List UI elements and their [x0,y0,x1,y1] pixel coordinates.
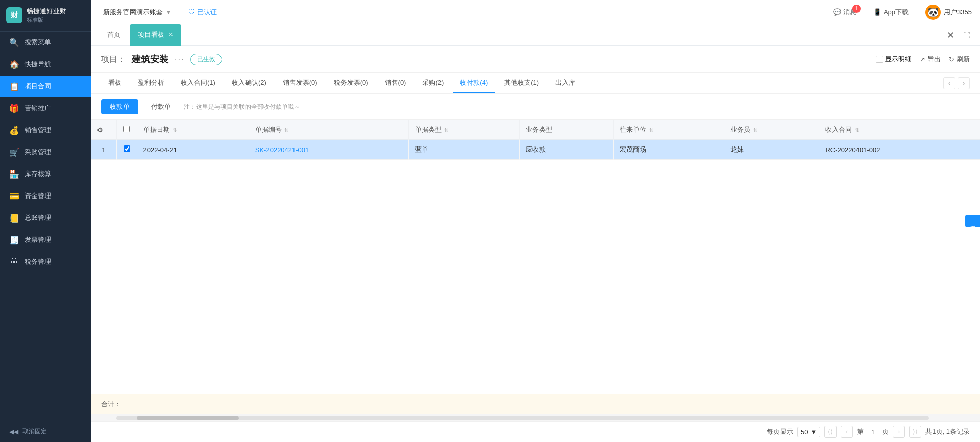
verified-text: 已认证 [197,8,217,17]
subnav-tab-board[interactable]: 看板 [101,73,129,93]
sidebar-item-label: 项目合同 [24,82,51,91]
current-page-input[interactable] [868,428,878,436]
table-container: ⚙ 单据日期 ⇅ 单据编号 ⇅ [91,120,980,394]
tab-home[interactable]: 首页 [99,24,129,46]
table-row: 1 2022-04-21 SK-20220421-001 蓝单 应收款 宏茂商场… [91,140,980,160]
topbar: 新服务官网演示账套 ▼ 🛡 已认证 💬 消息 1 📱 App下载 🐼 用户335… [91,0,980,24]
next-page-button[interactable]: › [893,426,905,438]
settings-icon[interactable]: ⚙ [97,126,103,134]
account-selector[interactable]: 新服务官网演示账套 ▼ [99,6,176,19]
sidebar-item-inventory[interactable]: 🏪 库存核算 [0,163,91,185]
col-partner-label: 往来单位 [620,126,646,133]
subnav-tab-sales-invoice[interactable]: 销售发票(0) [276,73,325,93]
app-logo: 财 [6,7,22,23]
subnav-tab-payment[interactable]: 收付款(4) [453,73,495,93]
inventory-icon: 🏪 [9,169,19,179]
topbar-divider-3 [917,7,917,17]
sidebar-unpin-button[interactable]: ◀◀ 取消固定 [0,421,91,442]
cell-number-link[interactable]: SK-20220421-001 [255,146,309,154]
sidebar-item-invoice[interactable]: 🧾 发票管理 [0,229,91,251]
subnav-tab-profit[interactable]: 盈利分析 [131,73,172,93]
header-actions: 显示明细 ↗ 导出 ↻ 刷新 [876,55,970,64]
subnav-tab-purchase[interactable]: 采购(2) [415,73,451,93]
scrollbar-track[interactable] [116,416,929,420]
cell-type: 蓝单 [408,140,519,160]
col-header-partner[interactable]: 往来单位 ⇅ [614,120,724,140]
invoice-icon: 🧾 [9,235,19,245]
subnav-tab-inout[interactable]: 出入库 [548,73,582,93]
sidebar-item-quick-nav[interactable]: 🏠 快捷导航 [0,54,91,76]
table-header-row: ⚙ 单据日期 ⇅ 单据编号 ⇅ [91,120,980,140]
scrollbar-thumb[interactable] [137,416,239,420]
first-page-button[interactable]: ⟨⟨ [824,426,837,438]
col-header-salesperson[interactable]: 业务员 ⇅ [724,120,819,140]
tab-project-board[interactable]: 项目看板 ✕ [130,24,181,46]
subtab-receipt[interactable]: 收款单 [101,99,138,114]
checkbox-icon[interactable] [876,56,883,63]
user-menu[interactable]: 🐼 用户3355 [925,5,972,20]
feedback-button[interactable]: 意见反馈 [965,215,980,227]
col-header-settings[interactable]: ⚙ [91,120,116,140]
subtab-payment[interactable]: 付款单 [142,99,180,114]
col-header-checkbox[interactable] [116,120,137,140]
subnav-tab-other[interactable]: 其他收支(1) [497,73,546,93]
app-edition: 标准版 [27,16,66,24]
maximize-button[interactable]: ⛶ [960,28,974,42]
subnav-tab-income-confirm[interactable]: 收入确认(2) [225,73,274,93]
subnav-next-arrow[interactable]: › [958,77,970,89]
col-header-date[interactable]: 单据日期 ⇅ [137,120,249,140]
user-avatar: 🐼 [925,5,941,20]
purchase-icon: 🛒 [9,148,19,157]
col-header-type[interactable]: 单据类型 ⇅ [408,120,519,140]
sidebar-item-sales[interactable]: 💰 销售管理 [0,119,91,141]
sidebar-item-project-contract[interactable]: 📋 项目合同 [0,76,91,97]
subnav-tab-tax-invoice[interactable]: 税务发票(0) [327,73,376,93]
tabbar-end-actions: ✕ ⛶ [943,28,980,42]
sort-icon-number: ⇅ [284,127,288,133]
last-page-button[interactable]: ⟩⟩ [909,426,921,438]
chevron-down-icon: ▼ [810,428,817,436]
cell-checkbox[interactable] [116,140,137,160]
message-badge: 1 [852,5,861,13]
refresh-icon: ↻ [949,56,954,63]
per-page-select[interactable]: 50 ▼ [797,427,820,437]
sidebar-item-marketing[interactable]: 🎁 营销推广 [0,97,91,119]
row-checkbox[interactable] [124,145,130,152]
tab-close-icon[interactable]: ✕ [168,31,173,38]
export-button[interactable]: ↗ 导出 [920,55,941,64]
col-type-label: 单据类型 [415,126,442,133]
app-download-button[interactable]: 📱 App下载 [873,8,909,17]
show-detail-label: 显示明细 [885,55,912,64]
sort-icon-contract: ⇅ [855,127,859,133]
sidebar-scroll: 🔍 搜索菜单 🏠 快捷导航 📋 项目合同 🎁 营销推广 💰 销售管理 🛒 采购管… [0,32,91,421]
col-header-number[interactable]: 单据编号 ⇅ [249,120,408,140]
subnav-tab-sales[interactable]: 销售(0) [378,73,413,93]
summary-row: 合计： [91,394,980,414]
subnav-tab-income-contract[interactable]: 收入合同(1) [174,73,223,93]
project-header: 项目： 建筑安装 ··· 已生效 显示明细 ↗ 导出 ↻ 刷新 [91,46,980,73]
col-header-contract[interactable]: 收入合同 ⇅ [819,120,980,140]
cell-salesperson: 龙妹 [724,140,819,160]
close-window-button[interactable]: ✕ [943,28,958,42]
subnav-prev-arrow[interactable]: ‹ [943,77,955,89]
refresh-button[interactable]: ↻ 刷新 [949,55,970,64]
refresh-label: 刷新 [957,55,970,64]
cell-date: 2022-04-21 [137,140,249,160]
sort-icon: ⇅ [173,127,177,133]
tabbar: 首页 项目看板 ✕ ✕ ⛶ [91,24,980,46]
show-detail-checkbox[interactable]: 显示明细 [876,55,912,64]
select-all-checkbox[interactable] [123,126,130,132]
sidebar-item-finance[interactable]: 💳 资金管理 [0,185,91,207]
sidebar-item-general-ledger[interactable]: 📒 总账管理 [0,207,91,229]
sidebar-item-purchase[interactable]: 🛒 采购管理 [0,141,91,163]
account-name: 新服务官网演示账套 [103,8,163,17]
prev-page-button[interactable]: ‹ [841,426,853,438]
page-suffix: 页 [882,427,889,436]
shield-icon: 🛡 [188,8,195,16]
contract-icon: 📋 [9,82,19,91]
more-button[interactable]: ··· [175,55,184,64]
sidebar-item-tax[interactable]: 🏛 税务管理 [0,251,91,273]
topbar-actions: 💬 消息 1 📱 App下载 🐼 用户3355 [833,5,972,20]
message-button[interactable]: 💬 消息 1 [833,8,856,17]
sidebar-item-search[interactable]: 🔍 搜索菜单 [0,32,91,54]
